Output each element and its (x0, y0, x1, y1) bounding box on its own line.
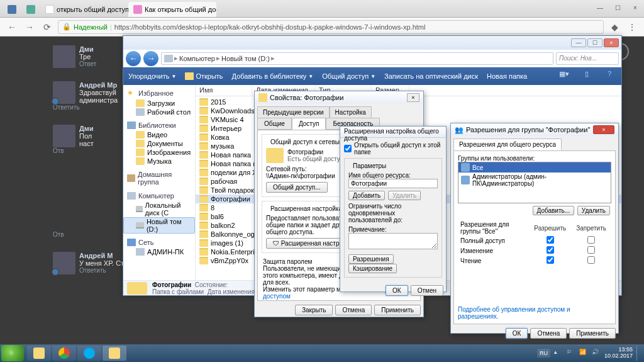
preview-pane-button[interactable]: ▯ (580, 70, 594, 82)
deny-change-checkbox[interactable] (587, 246, 595, 254)
url-field[interactable]: 🔒 Надежный | https://hobbyits.com/deskto… (58, 20, 604, 34)
sidebar-item-pictures[interactable]: Изображения (123, 148, 195, 157)
open-button[interactable]: Открыть (185, 72, 223, 80)
language-indicator[interactable]: RU (537, 349, 550, 358)
tab-general[interactable]: Общие (257, 118, 292, 130)
browser-tab-2[interactable] (21, 2, 40, 17)
close-button[interactable]: × (604, 38, 619, 47)
sidebar-item-drive-d[interactable]: Новый том (D:) (123, 217, 195, 234)
sidebar-item-video[interactable]: Видео (123, 130, 195, 139)
add-button[interactable]: Добавить (348, 191, 385, 200)
allow-full-checkbox[interactable] (547, 236, 554, 244)
share-name-input[interactable] (348, 179, 438, 188)
breadcrumb[interactable]: ▸ Компьютер ▸ Новый том (D:) ▸ (161, 52, 553, 65)
back-button[interactable]: ← (5, 20, 19, 34)
tab-prev-versions[interactable]: Предыдущие версии (257, 106, 330, 118)
tab-customize[interactable]: Настройка (330, 106, 372, 118)
show-desktop-button[interactable] (636, 346, 640, 361)
taskbar-item-folder[interactable] (103, 346, 126, 361)
tray-network-icon[interactable]: 📶 (579, 349, 588, 358)
add-button[interactable]: Добавить... (533, 206, 575, 215)
tray-flag-icon[interactable]: ⚐ (567, 349, 575, 358)
share-menu[interactable]: Общий доступ▼ (322, 72, 375, 80)
caching-button[interactable]: Кэширование (348, 264, 397, 273)
cancel-button[interactable]: Отмен (411, 285, 443, 296)
permissions-button[interactable]: Разрешения (348, 254, 394, 264)
close-button[interactable]: Закрыть (295, 305, 333, 315)
ok-button[interactable]: ОК (386, 285, 408, 296)
new-folder-button[interactable]: Новая папка (487, 72, 527, 80)
folder-icon (199, 151, 208, 159)
group-icon (461, 176, 470, 184)
close-button[interactable]: × (593, 125, 614, 134)
dialog-titlebar[interactable]: Расширенная настройка общего доступа (340, 127, 446, 138)
apply-button[interactable]: Применить (569, 328, 616, 339)
tray-volume-icon[interactable]: 🔊 (592, 349, 601, 358)
share-button[interactable]: Общий доступ... (266, 182, 328, 193)
breadcrumb-item[interactable]: Компьютер (179, 55, 215, 62)
back-button[interactable]: ← (126, 51, 141, 66)
taskbar-item-chrome[interactable] (52, 346, 76, 361)
share-folder-checkbox[interactable]: Открыть общий доступ к этой папке (344, 142, 442, 156)
close-button[interactable]: × (407, 93, 419, 102)
tray-up-icon[interactable]: ▴ (554, 349, 563, 358)
forward-button[interactable]: → (143, 51, 158, 66)
maximize-button[interactable]: ☐ (587, 38, 602, 47)
network-group[interactable]: Сеть (123, 237, 195, 247)
reload-button[interactable]: ⟳ (40, 20, 54, 34)
sidebar-item-downloads[interactable]: Загрузки (123, 99, 195, 108)
maximize-icon[interactable]: ☐ (609, 4, 626, 17)
breadcrumb-item[interactable]: Новый том (D:) (221, 55, 270, 62)
libraries-group[interactable]: Библиотеки (123, 120, 195, 130)
properties-titlebar[interactable]: Свойства: Фотографии × (255, 91, 423, 104)
close-icon[interactable]: × (626, 4, 644, 17)
note-input[interactable] (348, 233, 438, 249)
tab-share-perms[interactable]: Разрешения для общего ресурса (453, 139, 562, 150)
advanced-sharing-button[interactable]: 🛡 Расширенная настро (266, 238, 350, 249)
sidebar-item-documents[interactable]: Документы (123, 139, 195, 148)
user-row-everyone[interactable]: Все (458, 162, 611, 173)
clock[interactable]: 13:5510.02.2017 (604, 347, 633, 359)
sidebar-item-desktop[interactable]: Рабочий стол (123, 108, 195, 116)
apply-button[interactable]: Применить (374, 305, 421, 315)
ok-button[interactable]: ОК (506, 328, 528, 339)
user-list[interactable]: Все Администраторы (админ-ПК\Администрат… (458, 162, 611, 203)
cancel-button[interactable]: Отмена (530, 328, 567, 339)
delete-button[interactable]: Удалить (577, 206, 610, 215)
menu-icon[interactable]: ⋮ (625, 20, 639, 34)
view-menu[interactable]: ▦▾ (557, 70, 571, 82)
minimize-icon[interactable]: — (591, 4, 609, 17)
allow-read-checkbox[interactable] (547, 256, 554, 264)
deny-read-checkbox[interactable] (587, 256, 595, 264)
computer-group[interactable]: Компьютер (123, 191, 195, 201)
minimize-button[interactable]: — (571, 38, 586, 47)
browser-tab-3[interactable]: открыть общий доступ× (40, 2, 128, 17)
search-input[interactable]: Поиск: Нов... (556, 52, 619, 65)
extension-icon[interactable]: ◆ (608, 20, 621, 34)
dialog-titlebar[interactable]: 👥 Разрешения для группы "Фотографии" × (451, 123, 618, 136)
forward-button[interactable]: → (23, 20, 36, 34)
organize-menu[interactable]: Упорядочить▼ (128, 72, 176, 80)
user-row-admins[interactable]: Администраторы (админ-ПК\Администраторы) (458, 173, 611, 188)
allow-change-checkbox[interactable] (547, 246, 554, 254)
add-library-menu[interactable]: Добавить в библиотеку▼ (232, 72, 314, 80)
tab-sharing[interactable]: Доступ (292, 118, 326, 130)
learn-more-link[interactable]: Подробнее об управлении доступом и разре… (458, 306, 570, 320)
start-button[interactable] (1, 345, 24, 361)
folder-icon (199, 222, 208, 229)
favorites-group[interactable]: ★Избранное (123, 88, 195, 99)
taskbar-item-explorer[interactable] (27, 346, 51, 361)
help-button[interactable]: ? (602, 70, 616, 82)
taskbar-item-skype[interactable] (77, 346, 101, 361)
browser-tab-4[interactable]: Как открыть общий дос× (128, 2, 216, 17)
browser-tab-1[interactable] (3, 2, 21, 17)
explorer-titlebar[interactable]: — ☐ × (123, 36, 621, 50)
burn-button[interactable]: Записать на оптический диск (384, 72, 478, 80)
sidebar-item-music[interactable]: Музыка (123, 157, 195, 166)
sidebar-item-pc[interactable]: АДМИН-ПК (123, 247, 195, 256)
col-name[interactable]: Имя (196, 85, 252, 96)
sidebar-item-drive-c[interactable]: Локальный диск (C (123, 201, 195, 217)
homegroup-group[interactable]: Домашняя группа (123, 169, 195, 187)
deny-full-checkbox[interactable] (587, 236, 595, 244)
cancel-button[interactable]: Отмена (335, 305, 372, 315)
